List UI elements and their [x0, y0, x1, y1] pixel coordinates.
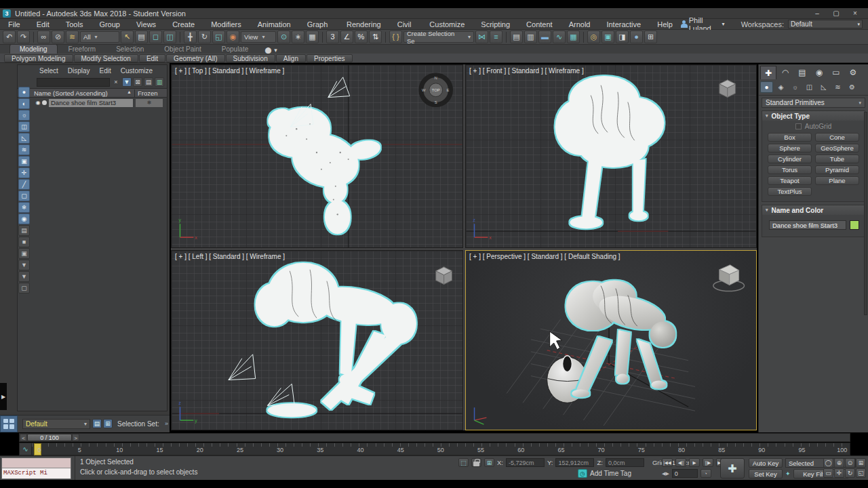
viewport-top-label[interactable]: [ + ] [ Top ] [ Standard ] [ Wireframe ] — [175, 67, 284, 75]
menu-item[interactable]: Content — [518, 19, 561, 30]
modify-tab[interactable]: ◠ — [777, 66, 793, 79]
menu-item[interactable]: Views — [128, 19, 164, 30]
sort-type-icon[interactable]: ■ — [18, 237, 30, 247]
menu-item[interactable]: Graph Editors — [299, 19, 338, 30]
edit-named-selection-sets-icon[interactable]: { } — [389, 30, 402, 43]
maximize-viewport-icon[interactable]: ◱ — [856, 468, 866, 478]
ribbon-tab[interactable]: Populate — [212, 45, 258, 54]
explorer-menu-item[interactable]: Edit — [96, 66, 115, 75]
zoom-extents-icon[interactable]: ⊙ — [845, 458, 855, 468]
frame-ruler[interactable]: 0510152025303540455055606570758085909510… — [32, 443, 850, 455]
selection-lock-toggle[interactable] — [471, 458, 481, 467]
search-filter-icon[interactable]: ▼ — [122, 77, 132, 87]
utilities-tab[interactable]: ⚙ — [845, 66, 861, 79]
auto-key-button[interactable]: Auto Key — [749, 458, 783, 468]
display-shapes-icon[interactable]: ◺ — [18, 133, 30, 144]
play-button[interactable]: ▶ — [689, 458, 700, 467]
explorer-menu-item[interactable]: Select — [35, 66, 62, 75]
motion-tab[interactable]: ◉ — [811, 66, 827, 79]
ribbon-button[interactable]: Subdivision — [226, 54, 275, 62]
snaps-toggle-3d-icon[interactable]: 3 — [326, 30, 339, 43]
app-logo-icon[interactable]: 3 — [3, 9, 11, 18]
primitive-button[interactable]: Cone — [815, 133, 859, 142]
spinner-snap-icon[interactable]: ⇅ — [369, 30, 382, 43]
column-header-frozen[interactable]: Frozen — [134, 89, 167, 97]
ribbon-button[interactable]: Geometry (All) — [166, 54, 224, 62]
menu-item[interactable]: Edit — [28, 19, 58, 30]
search-clear-icon[interactable]: × — [111, 77, 121, 87]
time-slider-handle[interactable]: 0 / 100 — [27, 434, 72, 441]
align-icon[interactable]: ≡ — [490, 30, 502, 43]
set-keys-button[interactable]: ✚ — [720, 458, 745, 479]
ribbon-tab[interactable]: Selection — [106, 45, 153, 54]
angle-snap-icon[interactable]: ∠ — [340, 30, 353, 43]
select-by-name-icon[interactable]: ▤ — [135, 30, 148, 43]
ribbon-tab[interactable]: Modeling — [9, 44, 58, 54]
display-geometry-icon[interactable]: ▣ — [18, 156, 30, 167]
menu-item[interactable]: File — [0, 19, 28, 30]
display-containers-icon[interactable]: ▢ — [18, 190, 30, 201]
ribbon-button[interactable]: Modify Selection — [74, 54, 138, 62]
object-name-cell[interactable]: Dance shoe film Start3 — [49, 99, 133, 107]
minimize-button[interactable]: – — [808, 9, 826, 18]
frame-spinner-arrows-icon[interactable]: ◀▶ — [662, 471, 669, 476]
close-button[interactable]: × — [846, 9, 864, 18]
orbit-icon[interactable]: ↻ — [845, 468, 855, 478]
filter-funnel-icon[interactable]: ▼ — [18, 260, 30, 270]
panel-scrollbar[interactable] — [864, 112, 867, 315]
dock-expand-arrow[interactable]: ▶ — [0, 383, 7, 410]
viewport-front[interactable]: [ + ] [ Front ] [ Standard ] [ Wireframe… — [465, 64, 757, 248]
maxscript-macro-line[interactable] — [2, 458, 71, 468]
display-frozen-icon[interactable]: ❄ — [18, 202, 30, 213]
track-bar[interactable]: ∿ 05101520253035404550556065707580859095… — [19, 443, 850, 455]
primitive-button[interactable]: Box — [768, 133, 812, 142]
menu-item[interactable]: Scripting — [473, 19, 518, 30]
isolate-selection-toggle[interactable]: ⬚ — [458, 458, 469, 467]
maxscript-script-line[interactable]: MAXScript Mi — [2, 468, 71, 479]
ribbon-button[interactable]: Edit — [139, 54, 165, 62]
render-in-cloud-icon[interactable]: ● — [630, 30, 643, 43]
explorer-search-input[interactable] — [37, 78, 110, 87]
z-coordinate-field[interactable]: 0,0cm — [606, 458, 644, 467]
ribbon-button[interactable]: Properties — [307, 54, 353, 62]
primitive-button[interactable]: Teapot — [768, 176, 812, 185]
percent-snap-icon[interactable]: % — [355, 30, 368, 43]
display-objects-icon[interactable]: ● — [18, 87, 30, 98]
zoom-icon[interactable]: ◯ — [823, 458, 833, 468]
menu-item[interactable]: Civil View — [389, 19, 422, 30]
toolbar-overflow-icon[interactable]: » — [165, 420, 170, 427]
x-coordinate-field[interactable]: -5,729cm — [506, 458, 545, 467]
shapes-category-icon[interactable]: ◈ — [774, 81, 787, 93]
layer-manager-icon[interactable]: ▤ — [92, 419, 102, 428]
frozen-toggle-cell[interactable]: ❄ — [136, 99, 163, 107]
select-and-scale-icon[interactable]: ◱ — [212, 30, 225, 43]
zoom-all-icon[interactable]: ⊕ — [834, 458, 844, 468]
current-frame-field[interactable]: 0 — [672, 469, 698, 478]
primitive-button[interactable]: GeoSphere — [815, 144, 859, 152]
visibility-eye-icon[interactable]: ◉ — [34, 100, 42, 106]
material-editor-icon[interactable]: ◎ — [587, 30, 600, 43]
explorer-menu-item[interactable]: Customize — [117, 66, 157, 75]
object-name-input[interactable]: Dance shoe film Start3 — [769, 220, 846, 230]
rectangular-selection-icon[interactable]: ◻ — [149, 30, 162, 43]
menu-item[interactable]: Modifiers — [203, 19, 250, 30]
lights-category-icon[interactable]: ☼ — [789, 81, 802, 93]
primitive-type-select[interactable]: Standard Primitives▾ — [762, 98, 865, 108]
set-key-button[interactable]: Set Key — [749, 469, 783, 479]
ribbon-button[interactable]: Align — [276, 54, 306, 62]
unlink-selection-icon[interactable]: ⊘ — [52, 30, 64, 43]
name-and-color-rollout-header[interactable]: ▾ Name and Color — [762, 205, 865, 215]
display-bones-icon[interactable]: ╱ — [18, 179, 30, 190]
primitive-button[interactable]: TextPlus — [768, 187, 812, 196]
add-time-tag[interactable]: Add Time Tag — [590, 470, 631, 477]
zoom-extents-all-icon[interactable]: ⊞ — [856, 458, 866, 468]
absolute-offset-toggle[interactable]: ⊞ — [484, 458, 494, 467]
cameras-category-icon[interactable]: ◫ — [803, 81, 816, 93]
primitive-button[interactable]: Cylinder — [768, 155, 812, 163]
select-and-manipulate-icon[interactable]: ∗ — [292, 30, 304, 43]
explorer-menu-item[interactable]: Display — [64, 66, 94, 75]
menu-item[interactable]: Tools — [58, 19, 92, 30]
ribbon-toggle-icon[interactable]: ▬ — [538, 30, 551, 43]
viewport-perspective[interactable]: [ + ] [ Perspective ] [ Standard ] [ Def… — [465, 250, 757, 430]
filter-combinations-icon[interactable]: ▼ — [18, 271, 30, 282]
